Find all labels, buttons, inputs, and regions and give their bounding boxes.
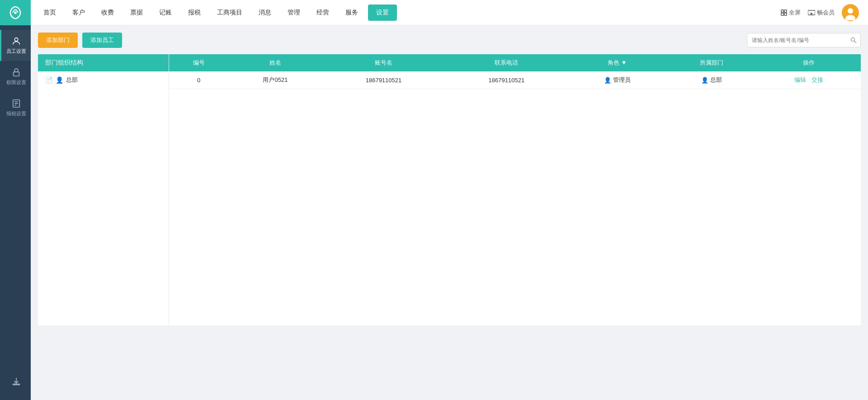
role-user-icon: 👤 — [604, 77, 611, 84]
add-staff-button[interactable]: 添加员工 — [82, 33, 122, 48]
employee-table: 编号 姓名 账号名 联系电话 角色 ▼ 所属部门 操作 0 用户0521 — [169, 54, 861, 89]
svg-point-10 — [14, 38, 18, 41]
role-cell-content: 👤 管理员 — [573, 76, 661, 84]
vip-label: 畅会员 — [817, 9, 835, 17]
cell-actions: 编辑 交接 — [757, 71, 861, 89]
nav-account[interactable]: 记账 — [151, 0, 180, 25]
top-navigation: 首页 客户 收费 票据 记账 报税 工商项目 消息 管理 经营 服务 设置 全屏… — [0, 0, 868, 25]
vip-btn[interactable]: ▶ 畅会员 — [808, 9, 835, 17]
nav-right-area: 全屏 ▶ 畅会员 — [781, 4, 868, 21]
nav-message[interactable]: 消息 — [250, 0, 279, 25]
tree-item-general[interactable]: 📄 👤 总部 — [38, 71, 169, 89]
dept-name: 总部 — [710, 76, 722, 84]
svg-rect-4 — [784, 13, 787, 15]
report-icon — [11, 99, 21, 108]
svg-text:▶: ▶ — [811, 12, 813, 15]
nav-business[interactable]: 工商项目 — [209, 0, 250, 25]
nav-home[interactable]: 首页 — [35, 0, 64, 25]
sidebar-item-staff[interactable]: 员工设置 — [0, 30, 31, 61]
svg-rect-16 — [13, 384, 19, 385]
table-panel: 编号 姓名 账号名 联系电话 角色 ▼ 所属部门 操作 0 用户0521 — [169, 54, 861, 325]
svg-rect-1 — [781, 10, 783, 12]
sidebar: 员工设置 权限设置 报税设置 — [0, 25, 31, 400]
role-name: 管理员 — [613, 76, 631, 84]
search-area — [747, 33, 861, 47]
content-panel: 部门组织结构 📄 👤 总部 编号 姓名 账号名 联系电话 — [38, 54, 861, 325]
table-header-row: 编号 姓名 账号名 联系电话 角色 ▼ 所属部门 操作 — [169, 54, 861, 71]
tree-panel: 部门组织结构 📄 👤 总部 — [38, 54, 169, 325]
nav-customer[interactable]: 客户 — [64, 0, 93, 25]
fullscreen-label: 全屏 — [789, 9, 801, 17]
transfer-link[interactable]: 交接 — [811, 76, 823, 83]
main-layout: 员工设置 权限设置 报税设置 — [0, 25, 868, 400]
lock-icon — [11, 67, 21, 77]
col-role[interactable]: 角色 ▼ — [568, 54, 666, 71]
search-icon — [850, 37, 857, 43]
cell-id: 0 — [169, 71, 228, 89]
fullscreen-btn[interactable]: 全屏 — [781, 9, 801, 17]
add-dept-button[interactable]: 添加部门 — [38, 33, 78, 48]
user-group-icon: 👤 — [56, 76, 63, 84]
svg-rect-3 — [781, 13, 783, 15]
logo-area — [0, 0, 31, 25]
vip-icon: ▶ — [808, 9, 815, 16]
tree-header: 部门组织结构 — [38, 54, 169, 71]
dept-cell-content: 👤 总部 — [672, 76, 751, 84]
svg-point-8 — [848, 8, 853, 14]
svg-point-0 — [14, 11, 17, 14]
dept-user-icon: 👤 — [701, 77, 708, 84]
search-input[interactable] — [747, 33, 846, 47]
nav-settings[interactable]: 设置 — [368, 5, 397, 21]
sidebar-item-download[interactable] — [0, 370, 31, 393]
col-name: 姓名 — [228, 54, 322, 71]
avatar-icon — [843, 5, 858, 20]
col-id: 编号 — [169, 54, 228, 71]
svg-point-17 — [851, 38, 854, 42]
search-button[interactable] — [846, 33, 861, 47]
nav-bill[interactable]: 票据 — [122, 0, 151, 25]
cell-dept: 👤 总部 — [666, 71, 757, 89]
table-row: 0 用户0521 18679110521 18679110521 👤 管理员 — [169, 71, 861, 89]
app-logo — [7, 4, 24, 21]
user-avatar[interactable] — [842, 4, 859, 21]
toolbar: 添加部门 添加员工 — [38, 33, 861, 48]
nav-service[interactable]: 服务 — [337, 0, 366, 25]
cell-phone: 18679110521 — [445, 71, 568, 89]
svg-line-18 — [854, 41, 856, 43]
nav-manage[interactable]: 管理 — [279, 0, 308, 25]
cell-role: 👤 管理员 — [568, 71, 666, 89]
sidebar-item-permission[interactable]: 权限设置 — [0, 61, 31, 92]
sidebar-item-tax-settings[interactable]: 报税设置 — [0, 92, 31, 123]
fullscreen-icon — [781, 9, 787, 16]
sidebar-staff-label: 员工设置 — [6, 48, 26, 55]
col-account: 账号名 — [322, 54, 445, 71]
svg-rect-11 — [13, 72, 19, 76]
person-icon — [11, 36, 21, 46]
nav-operation[interactable]: 经营 — [308, 0, 337, 25]
sidebar-tax-label: 报税设置 — [6, 110, 26, 117]
sidebar-permission-label: 权限设置 — [6, 79, 26, 86]
svg-rect-2 — [784, 10, 787, 12]
edit-link[interactable]: 编辑 — [794, 76, 806, 83]
nav-menu: 首页 客户 收费 票据 记账 报税 工商项目 消息 管理 经营 服务 设置 — [31, 0, 781, 25]
main-content: 添加部门 添加员工 部门组织结构 📄 👤 总部 — [31, 25, 868, 400]
doc-icon: 📄 — [45, 76, 53, 84]
col-actions: 操作 — [757, 54, 861, 71]
cell-name: 用户0521 — [228, 71, 322, 89]
nav-fee[interactable]: 收费 — [93, 0, 122, 25]
download-icon — [11, 376, 21, 386]
col-dept: 所属部门 — [666, 54, 757, 71]
col-phone: 联系电话 — [445, 54, 568, 71]
nav-tax[interactable]: 报税 — [180, 0, 209, 25]
cell-account: 18679110521 — [322, 71, 445, 89]
tree-dept-name: 总部 — [66, 76, 78, 84]
